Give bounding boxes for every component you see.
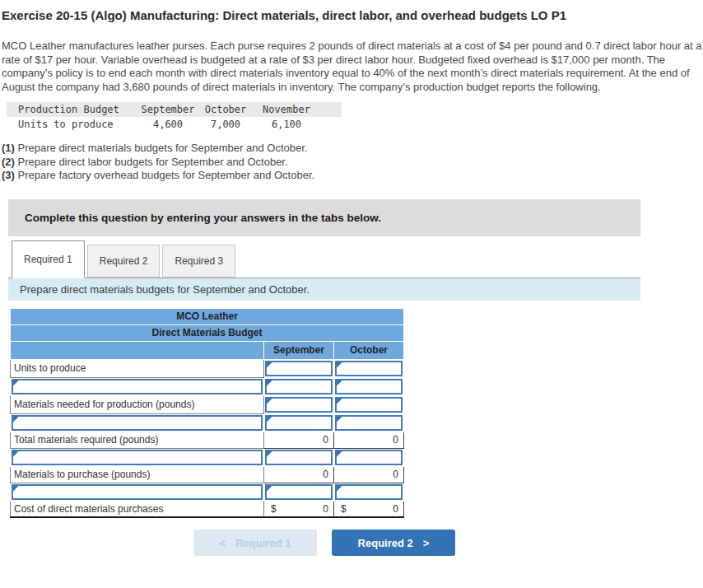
currency-symbol: $: [271, 503, 277, 515]
input-marker-icon: [337, 451, 342, 457]
answer-input-cell[interactable]: [334, 483, 404, 501]
october-column-header: October: [334, 341, 404, 359]
answer-input-cell[interactable]: [264, 483, 334, 501]
answer-input-cell[interactable]: [264, 448, 334, 466]
prev-required-button[interactable]: < Required 1: [193, 530, 317, 556]
computed-value: 0: [323, 503, 328, 515]
budget-table-column-header-row: September October: [11, 341, 404, 359]
computed-value-cell: 0: [334, 432, 404, 448]
answer-input-cell[interactable]: [334, 395, 404, 413]
computed-currency-cell: $ 0: [334, 501, 404, 517]
chevron-left-icon: <: [220, 537, 226, 549]
task-item: (1) Prepare direct materials budgets for…: [2, 142, 703, 155]
answer-input-cell[interactable]: [264, 395, 334, 413]
input-marker-icon: [267, 417, 272, 422]
tab-required-2[interactable]: Required 2: [87, 245, 161, 278]
chevron-right-icon: >: [423, 537, 430, 549]
answer-input-cell[interactable]: [264, 413, 334, 432]
currency-symbol: $: [341, 503, 347, 515]
task-number: (3): [2, 169, 15, 181]
computed-currency-cell: $ 0: [264, 501, 334, 517]
computed-value: 0: [393, 503, 398, 515]
task-number: (2): [2, 156, 15, 168]
row-label-materials-needed: Materials needed for production (pounds): [11, 395, 264, 413]
input-marker-icon: [13, 486, 19, 492]
input-marker-icon: [337, 362, 342, 368]
tab-required-1[interactable]: Required 1: [12, 240, 85, 278]
answer-input-cell[interactable]: [334, 359, 404, 377]
input-marker-icon: [13, 417, 19, 422]
task-number: (1): [2, 142, 15, 154]
tab-navigation: < Required 1 Required 2 >: [8, 530, 640, 556]
budget-row-blank-input-4: [11, 483, 404, 501]
task-list: (1) Prepare direct materials budgets for…: [2, 142, 703, 182]
tab-instruction-bar: Prepare direct materials budgets for Sep…: [8, 278, 640, 301]
september-column-header: September: [264, 341, 334, 359]
complete-question-banner: Complete this question by entering your …: [8, 199, 640, 236]
computed-value-cell: 0: [264, 466, 334, 483]
production-budget-header: November: [254, 102, 342, 117]
input-marker-icon: [337, 399, 342, 404]
budget-table-subtitle-row: Direct Materials Budget: [11, 324, 404, 341]
computed-value-cell: 0: [334, 466, 404, 483]
next-button-label: Required 2: [358, 537, 413, 549]
budget-row-blank-input-3: [11, 448, 404, 466]
production-budget-value: 6,100: [254, 117, 342, 132]
required-tabs: Required 1 Required 2 Required 3: [12, 240, 703, 278]
empty-header-cell: [11, 341, 264, 359]
production-budget-table: Production Budget September October Nove…: [7, 102, 342, 132]
budget-row-blank-input-2: [11, 413, 404, 432]
production-budget-value: 4,600: [138, 117, 198, 132]
input-marker-icon: [267, 380, 272, 386]
input-marker-icon: [267, 486, 272, 492]
row-label-cost: Cost of direct materials purchases: [11, 501, 264, 517]
problem-statement: MCO Leather manufactures leather purses.…: [2, 40, 702, 94]
prev-button-label: Required 1: [235, 537, 291, 549]
answer-input-cell[interactable]: [264, 377, 334, 395]
production-budget-value: 7,000: [198, 117, 254, 132]
page-title: Exercise 20-15 (Algo) Manufacturing: Dir…: [2, 8, 703, 22]
answer-label-input-cell[interactable]: [11, 448, 264, 466]
production-budget-header: September: [138, 102, 198, 117]
input-marker-icon: [13, 380, 19, 386]
production-budget-data-row: Units to produce 4,600 7,000 6,100: [7, 117, 342, 132]
answer-label-input-cell[interactable]: [11, 413, 264, 432]
budget-row-to-purchase: Materials to purchase (pounds) 0 0: [11, 466, 404, 483]
company-name-header: MCO Leather: [11, 308, 404, 324]
budget-row-units: Units to produce: [11, 359, 404, 377]
budget-row-cost: Cost of direct materials purchases $ 0 $…: [11, 501, 404, 517]
budget-table-title-row: MCO Leather: [11, 308, 404, 324]
budget-row-total-required: Total materials required (pounds) 0 0: [11, 432, 404, 448]
row-label-total-required: Total materials required (pounds): [11, 432, 264, 448]
production-budget-row-label: Units to produce: [7, 117, 138, 132]
row-label-units-to-produce: Units to produce: [11, 359, 264, 377]
answer-input-cell[interactable]: [264, 359, 334, 377]
next-required-button[interactable]: Required 2 >: [332, 530, 455, 556]
budget-name-header: Direct Materials Budget: [11, 324, 404, 341]
answer-label-input-cell[interactable]: [11, 483, 264, 501]
task-text: Prepare factory overhead budgets for Sep…: [18, 169, 315, 181]
input-marker-icon: [267, 451, 272, 457]
row-label-to-purchase: Materials to purchase (pounds): [11, 466, 264, 483]
answer-input-cell[interactable]: [334, 448, 404, 466]
production-budget-header-row: Production Budget September October Nove…: [7, 102, 342, 117]
input-marker-icon: [337, 417, 342, 422]
budget-row-materials-needed: Materials needed for production (pounds): [11, 395, 404, 413]
input-marker-icon: [337, 380, 342, 386]
answer-input-cell[interactable]: [334, 413, 404, 432]
task-text: Prepare direct materials budgets for Sep…: [18, 142, 308, 154]
computed-value-cell: 0: [264, 432, 334, 448]
tab-required-3[interactable]: Required 3: [162, 245, 235, 278]
input-marker-icon: [267, 399, 272, 404]
direct-materials-budget-table: MCO Leather Direct Materials Budget Sept…: [10, 308, 404, 519]
input-marker-icon: [337, 486, 342, 492]
answer-label-input-cell[interactable]: [11, 377, 264, 395]
budget-row-blank-input-1: [11, 377, 404, 395]
task-item: (3) Prepare factory overhead budgets for…: [2, 169, 703, 182]
input-marker-icon: [13, 451, 19, 457]
production-budget-header: Production Budget: [7, 102, 138, 117]
production-budget-header: October: [198, 102, 254, 117]
task-text: Prepare direct labor budgets for Septemb…: [18, 156, 288, 168]
task-item: (2) Prepare direct labor budgets for Sep…: [2, 156, 703, 169]
answer-input-cell[interactable]: [334, 377, 404, 395]
